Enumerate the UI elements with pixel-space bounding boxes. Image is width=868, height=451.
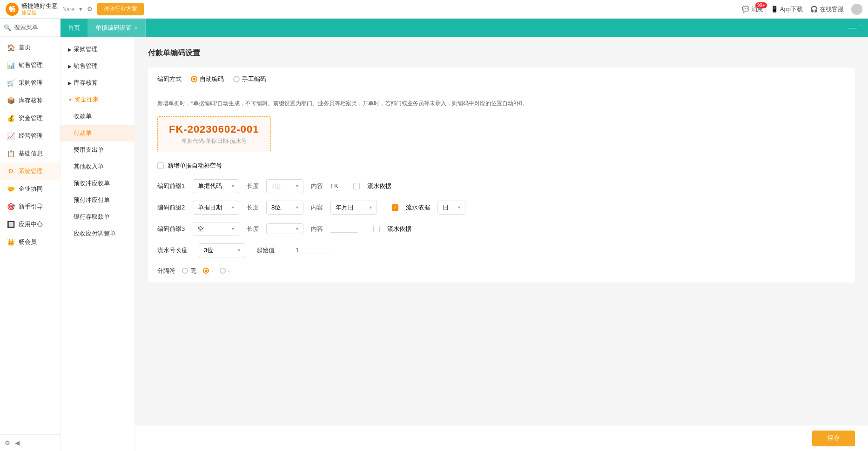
prefix1-select[interactable]: 单据代码 ▾ [193,179,239,193]
separator-dot2-radio[interactable]: · [220,267,230,274]
prefix3-content-input[interactable] [330,225,358,233]
select-arrow-icon: ▾ [232,226,234,231]
app-download-btn[interactable]: 📱 App下载 [771,5,803,13]
sidebar-item-app-center[interactable]: 🔲 应用中心 [0,215,60,233]
sidebar-item-operations[interactable]: 📈 经营管理 [0,127,60,145]
content-area: ▶ 采购管理 ▶ 销售管理 ▶ 库存核算 ▼ 资金往来 收款单 付款单 费用支出… [61,37,868,451]
start-value-input[interactable] [296,247,333,254]
select-arrow-icon: ▾ [232,205,234,210]
prefix1-serial-label: 流水依据 [367,182,391,190]
main-content-scroll: 付款单编码设置 编码方式 自动编码 [135,37,868,425]
prefix3-serial-checkbox[interactable] [373,226,380,232]
left-menu-inventory[interactable]: ▶ 库存核算 [61,74,135,91]
manual-encode-circle[interactable] [233,76,240,82]
sidebar-item-home[interactable]: 🏠 首页 [0,39,60,56]
left-menu-receipts[interactable]: 收款单 [61,108,135,125]
left-menu-bank-deposit[interactable]: 银行存取款单 [61,209,135,225]
sidebar-item-guide[interactable]: 🎯 新手引导 [0,198,60,215]
prefix3-select[interactable]: 空 ▾ [193,222,239,236]
left-menu-ar-ap-adjust[interactable]: 应收应付调整单 [61,225,135,242]
sidebar-item-system[interactable]: ⚙ 系统管理 [0,162,60,180]
tab-maximize-btn[interactable]: □ [859,24,863,32]
prefix2-label: 编码前缀2 [157,203,185,212]
sidebar-item-inventory[interactable]: 📦 库存核算 [0,92,60,109]
prefix3-length-select[interactable]: ▾ [266,223,303,234]
prefix2-length-select[interactable]: 8位 ▾ [266,201,303,215]
left-menu-payment[interactable]: 付款单 [61,125,135,141]
auto-fill-checkbox[interactable] [157,162,164,169]
enterprise-icon: 🤝 [7,185,15,193]
select-arrow-icon: ▾ [232,183,234,188]
left-menu-funds[interactable]: ▼ 资金往来 [61,91,135,108]
preview-box: FK-20230602-001 单据代码-单据日期-流水号 [157,116,271,152]
separator-dot-circle[interactable] [203,268,209,274]
left-menu-expense[interactable]: 费用支出单 [61,141,135,158]
separator-dot-radio[interactable]: · [203,267,213,274]
left-menu: ▶ 采购管理 ▶ 销售管理 ▶ 库存核算 ▼ 资金往来 收款单 付款单 费用支出… [61,37,135,451]
sidebar-item-purchase[interactable]: 🛒 采购管理 [0,74,60,92]
online-service-btn[interactable]: 🎧 在线客服 [810,5,844,13]
auto-encode-circle[interactable] [191,76,197,82]
prefix1-length-select[interactable]: 2位 ▾ [266,179,303,193]
sidebar-item-sales[interactable]: 📊 销售管理 [0,56,60,74]
description-text: 新增单据时，*单据编码*自动生成，不可编辑。前缀设置为部门、业务员等档案类，开单… [157,99,846,109]
prefix3-length-label: 长度 [247,225,259,233]
tab-home[interactable]: 首页 [61,19,88,37]
prefix1-content-value: FK [330,182,338,189]
brand: 畅 畅捷通好生意 捷品版 [6,2,58,16]
main-panel: 付款单编码设置 编码方式 自动编码 [135,37,868,451]
auto-fill-label: 新增单据自动补空号 [168,162,222,170]
settings-icon[interactable]: ⚙ [87,6,93,13]
message-icon: 💬 [742,6,749,13]
bottom-bar: 保存 [135,425,868,451]
tab-encoding-settings[interactable]: 单据编码设置 × [88,19,146,37]
prefix2-select[interactable]: 单据日期 ▾ [193,201,239,215]
prefix2-serial-checkbox[interactable]: ✓ [392,204,398,211]
prefix2-length-label: 长度 [247,203,259,212]
preview-desc: 单据代码-单据日期-流水号 [169,137,259,145]
messages-btn[interactable]: 💬 消息 99+ [742,5,763,13]
separator-none-radio[interactable]: 无 [182,267,196,275]
download-icon: 📱 [771,6,778,13]
serial-length-label: 流水号长度 [157,246,188,255]
prefix2-row: 编码前缀2 单据日期 ▾ 长度 8位 ▾ 内容 [157,201,846,215]
sidebar-item-basic-info[interactable]: 📋 基础信息 [0,145,60,162]
brand-name: 畅捷通好生意 捷品版 [21,2,58,16]
industry-btn[interactable]: 体验行业方案 [97,3,144,15]
search-menu[interactable]: 🔍 搜索菜单 [0,19,60,37]
left-menu-sales[interactable]: ▶ 销售管理 [61,58,135,74]
top-bar-right: 💬 消息 99+ 📱 App下载 🎧 在线客服 [742,4,862,15]
separator-none-circle[interactable] [182,268,188,274]
prefix2-content-label: 内容 [311,203,323,212]
bottom-settings-icon[interactable]: ⚙ [5,439,10,446]
avatar[interactable] [851,4,862,15]
left-menu-purchase[interactable]: ▶ 采购管理 [61,41,135,58]
prefix2-content-select[interactable]: 年月日 ▾ [330,201,377,215]
member-icon: 👑 [7,238,15,246]
prefix2-serial-unit-select[interactable]: 日 ▾ [437,201,465,215]
select-arrow-icon: ▾ [238,248,240,253]
left-menu-advance-offset[interactable]: 预付冲应付单 [61,192,135,209]
left-menu-prepay-offset[interactable]: 预收冲应收单 [61,175,135,192]
dropdown-arrow-icon[interactable]: ▾ [79,6,82,13]
basic-info-icon: 📋 [7,149,15,158]
manual-encode-radio[interactable]: 手工编码 [233,75,266,83]
save-button[interactable]: 保存 [812,431,855,446]
auto-encode-radio[interactable]: 自动编码 [191,75,224,83]
breadcrumb: Nare [62,6,74,13]
encoding-method-label: 编码方式 [157,75,182,83]
separator-dot2-circle[interactable] [220,268,226,274]
sidebar-bottom: ⚙ ◀ [0,434,60,451]
sidebar-item-finance[interactable]: 💰 资金管理 [0,109,60,127]
sidebar-item-member[interactable]: 👑 畅会员 [0,233,60,251]
sidebar-item-enterprise[interactable]: 🤝 企业协同 [0,180,60,198]
left-menu-other-income[interactable]: 其他收入单 [61,158,135,175]
prefix1-serial-checkbox[interactable] [353,183,360,189]
arrow-down-icon: ▼ [68,97,73,102]
serial-length-select[interactable]: 3位 ▾ [199,243,245,257]
tab-minimize-btn[interactable]: — [848,24,856,32]
arrow-right-icon: ▶ [68,81,72,86]
collapse-icon[interactable]: ◀ [15,439,20,446]
headset-icon: 🎧 [810,6,818,13]
tab-close-btn[interactable]: × [135,25,138,31]
